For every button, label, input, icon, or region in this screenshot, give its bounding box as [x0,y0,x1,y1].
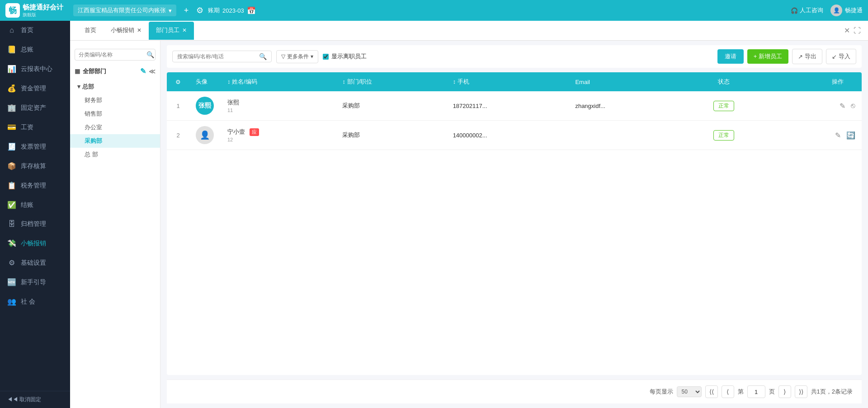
sidebar-item-label: 小畅报销 [21,239,46,248]
first-page-button[interactable]: ⟨⟨ [705,385,718,398]
tree-item-office[interactable]: 办公室 [70,121,160,134]
tab-close-expense[interactable]: ✕ [137,27,142,33]
all-dept-label: 全部部门 [83,67,106,75]
dept-search-icon[interactable]: 🔍 [146,51,154,58]
tab-home[interactable]: 首页 [77,22,104,40]
tree-item-headquarters[interactable]: ▾ 总部 [70,80,160,94]
dept-search-input[interactable] [79,52,146,58]
sidebar-item-label: 新手引导 [21,278,46,286]
tree-item-sales[interactable]: 销售部 [70,107,160,121]
sidebar-item-label: 社 会 [21,298,35,306]
sidebar-item-invoice[interactable]: 🧾 发票管理 [0,137,70,156]
calendar-icon[interactable]: 📅 [247,6,256,15]
company-name: 江西服宝精品有限责任公司内账张 [78,6,166,14]
period-value: 2023-03 [222,7,244,14]
sidebar-item-staff[interactable]: 👥 社 会 [0,292,70,311]
inventory-icon: 📦 [7,162,16,170]
dept-search-box[interactable]: 🔍 [75,49,156,61]
sidebar-item-label: 库存核算 [21,162,46,170]
sidebar-item-label: 工资 [21,123,33,131]
right-panel: 🔍 ▽ 更多条件 ▾ 显示离职员工 邀请 + 新增员工 [160,41,868,408]
col-phone[interactable]: ↕ 手机 [447,72,569,91]
show-resigned-label: 显示离职员工 [331,52,367,61]
col-avatar: 头像 [189,72,221,91]
tab-dept-staff[interactable]: 部门员工 ✕ [149,22,194,40]
phone-cell-1: 187202117... [447,91,569,121]
settings-icon[interactable]: ⚙ [196,5,203,15]
assets-icon: 🏢 [7,103,16,112]
delete-emp-2-icon[interactable]: 🔄 [846,131,855,140]
col-dept-pos[interactable]: ↕ 部门/职位 [336,72,446,91]
expand-icon[interactable]: ⛶ [854,27,861,35]
invite-button[interactable]: 邀请 [717,49,744,64]
sidebar-item-label: 发票管理 [21,143,46,151]
add-emp-button[interactable]: + 新增员工 [747,49,788,64]
show-resigned-checkbox-area[interactable]: 显示离职员工 [323,52,367,61]
per-page-select[interactable]: 50 20 100 [677,386,702,397]
sidebar: ⌂ 首页 📒 总账 📊 云报表中心 💰 资金管理 🏢 固定资产 💳 工资 🧾 发… [0,21,70,408]
search-icon[interactable]: 🔍 [259,53,267,60]
status-cell-1: 正常 [680,91,768,121]
company-selector[interactable]: 江西服宝精品有限责任公司内账张 ▾ [73,5,176,16]
service-button[interactable]: 🎧 人工咨询 [791,6,823,14]
tree-item-purchasing[interactable]: 采购部 [70,134,160,148]
sidebar-item-settings[interactable]: ⚙ 基础设置 [0,253,70,272]
edit-icon[interactable]: ✎ [140,67,146,75]
sidebar-item-capital[interactable]: 💰 资金管理 [0,79,70,98]
period-label: 账期 [208,6,220,14]
sidebar-item-home[interactable]: ⌂ 首页 [0,21,70,40]
show-resigned-checkbox[interactable] [323,54,329,60]
more-filter-button[interactable]: ▽ 更多条件 ▾ [276,50,318,63]
expand-arrow: ▾ [77,83,82,90]
import-button[interactable]: ↙ 导入 [826,49,856,64]
col-actions: 操作 [767,72,862,91]
logout-emp-1-icon[interactable]: ⎋ [851,102,855,110]
per-page-label: 每页显示 [650,388,673,396]
tax-icon: 📋 [7,181,16,190]
edit-emp-2-icon[interactable]: ✎ [835,131,841,140]
sidebar-item-assets[interactable]: 🏢 固定资产 [0,98,70,117]
emp-search-input[interactable] [177,53,256,60]
emp-name-2: 宁小壹 应 [227,128,330,136]
sidebar-item-tax[interactable]: 📋 税务管理 [0,176,70,195]
avatar-1: 张熙 [196,97,214,115]
sidebar-item-inventory[interactable]: 📦 库存核算 [0,156,70,176]
sidebar-item-salary[interactable]: 💳 工资 [0,117,70,137]
dropdown-icon: ▾ [169,7,172,14]
sidebar-item-guide[interactable]: 🆕 新手引导 [0,272,70,292]
toolbar-right: 邀请 + 新增员工 ↗ 导出 ↙ 导入 [717,49,856,64]
email-cell-1: zhangxidf... [569,91,680,121]
sidebar-item-reports[interactable]: 📊 云报表中心 [0,59,70,79]
pagination: 每页显示 50 20 100 ⟨⟨ ⟨ 第 页 ⟩ ⟩⟩ 共1页，2条记录 [167,380,862,403]
header-actions: 🎧 人工咨询 👤 畅捷通 [791,5,863,16]
toolbar: 🔍 ▽ 更多条件 ▾ 显示离职员工 邀请 + 新增员工 [167,45,862,68]
col-settings[interactable]: ⚙ [167,72,189,91]
export-button[interactable]: ↗ 导出 [792,49,822,64]
prev-page-button[interactable]: ⟨ [722,385,734,398]
close-window-icon[interactable]: ✕ [844,26,850,35]
name-code-cell-1: 张熙 11 [221,91,336,121]
add-tab-button[interactable]: + [181,5,192,16]
page-number-input[interactable] [747,385,765,398]
logo-icon: 畅 [5,3,20,18]
sidebar-item-ledger[interactable]: 📒 总账 [0,40,70,59]
tree-item-finance[interactable]: 财务部 [70,94,160,107]
logo-sub: 旗舰版 [23,12,63,18]
sidebar-item-archive[interactable]: 🗄 归档管理 [0,215,70,234]
collapse-icon[interactable]: ≪ [149,68,156,75]
next-page-button[interactable]: ⟩ [778,385,791,398]
user-area[interactable]: 👤 畅捷通 [830,5,863,16]
last-page-button[interactable]: ⟩⟩ [795,385,807,398]
cancel-pin-button[interactable]: ◀◀ 取消固定 [0,391,70,408]
tab-expense[interactable]: 小畅报销 ✕ [104,22,149,40]
tab-close-dept[interactable]: ✕ [182,27,187,33]
status-badge-1: 正常 [713,101,734,111]
edit-emp-1-icon[interactable]: ✎ [840,102,845,110]
sidebar-item-expense[interactable]: 💸 小畅报销 [0,234,70,253]
emp-search-bar[interactable]: 🔍 [172,51,272,62]
col-name-code[interactable]: ↕ 姓名/编码 [221,72,336,91]
all-dept-header[interactable]: ▦ 全部部门 ✎ ≪ [70,64,160,78]
tree-item-hq-sub[interactable]: 总 部 [70,148,160,161]
logo-area: 畅 畅捷通好会计 旗舰版 [5,3,69,18]
sidebar-item-checkout[interactable]: ✅ 结账 [0,195,70,215]
